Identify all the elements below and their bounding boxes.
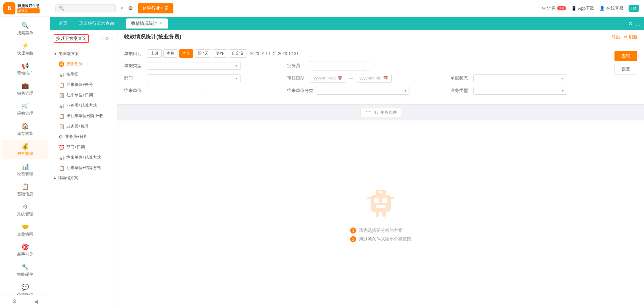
date-last-7-days[interactable]: 近7天 (195, 49, 211, 58)
sidebar-item-inventory[interactable]: 🏠 库存核算 (2, 120, 48, 139)
message-badge: 99+ (557, 6, 566, 10)
basic-icon: 📋 (21, 183, 29, 190)
sidebar-item-sales[interactable]: 💼 销售管理 (2, 80, 48, 99)
dept-select[interactable]: ▾ (147, 74, 241, 82)
salesman-more-icon: ··· (363, 63, 367, 68)
sidebar-nav: 🔍 搜索菜单 ⚡ 快捷导航 📢 营销推广 💼 销售管理 🛒 采购管理 🏠 (0, 17, 50, 295)
sidebar-item-search[interactable]: 🔍 搜索菜单 (2, 19, 48, 39)
partner-category-label: 往来单位分类 (287, 88, 313, 94)
audit-date-to[interactable]: yyyy-mm-dd 📅 (356, 74, 392, 83)
tree-item-partner-dept[interactable]: 📋 按往来单位+部门+收... (50, 111, 117, 121)
refresh-btn[interactable]: ↺ 刷新 (624, 34, 637, 40)
audit-date-from[interactable]: yyyy-mm-dd 📅 (310, 74, 346, 83)
tree-item-salesman-account[interactable]: 📋 业务员+账号 (50, 121, 117, 132)
svg-point-10 (379, 191, 382, 194)
filter-area: 单据日期 上月 本月 本年 近7天 更多 自定义 (117, 44, 644, 105)
tree-item-by-detail[interactable]: 📊 按明细 (50, 69, 117, 80)
doc-type-label: 单据类型 (124, 63, 144, 69)
tree-item-partner-date[interactable]: 📋 往来单位+日期 (50, 90, 117, 100)
date-this-month[interactable]: 本月 (163, 49, 177, 58)
partner-more-icon: ··· (200, 88, 204, 93)
svg-rect-4 (376, 205, 386, 208)
biz-type-chevron: ▾ (562, 89, 564, 93)
doc-status-chevron: ▾ (562, 76, 564, 80)
topbar-search-icon: 🔍 (59, 6, 64, 11)
refresh-icon: ↺ (624, 35, 627, 40)
audit-date-label: 审核日期 (287, 75, 307, 81)
calendar-icon: 📅 (337, 76, 342, 81)
app-download-btn[interactable]: 📱 App下载 (571, 5, 594, 11)
partner-settle2-icon: 📋 (59, 165, 64, 171)
tab-bank-flow-close[interactable]: ✕ (116, 21, 119, 26)
tab-bank-flow[interactable]: 现金银行流水查询 ✕ (74, 18, 124, 29)
app-logo: 6 畅捷通好生意 标准版 (0, 0, 50, 17)
empty-state: 1 请先选择要分析的方案 2 用过滤条件来缩小分析范围 (117, 120, 644, 308)
search-box[interactable]: 🔍 (55, 4, 116, 12)
sidebar-settings-btn[interactable]: ⚙ (12, 298, 17, 305)
doc-status-select[interactable]: ▾ (473, 74, 567, 82)
date-buttons: 上月 本月 本年 近7天 更多 自定义 (148, 49, 247, 58)
sidebar-item-wechat[interactable]: 💬 企业微信 (2, 281, 48, 295)
svg-rect-2 (374, 198, 379, 203)
search-icon: 🔍 (21, 22, 29, 29)
salesman-select[interactable]: ··· (310, 61, 370, 70)
sidebar-item-guide[interactable]: 🎯 新手引导 (2, 241, 48, 260)
sidebar-item-finance[interactable]: 💰 资金管理 (2, 140, 48, 159)
tree-item-partner-account[interactable]: 📋 往来单位+账号 (50, 80, 117, 90)
date-this-year[interactable]: 本年 (179, 49, 193, 58)
sidebar-item-enterprise[interactable]: 🤝 企业协同 (2, 220, 48, 240)
tree-item-by-salesman[interactable]: 员 按业务员 (50, 59, 117, 69)
tree-item-dept-date[interactable]: ⏰ 部门+日期 (50, 142, 117, 152)
quick-nav-icon: ⚡ (21, 42, 29, 49)
left-panel-title: 按以下方案查询 (56, 36, 87, 41)
doc-type-select[interactable]: ▾ (147, 62, 241, 70)
phone-icon: 📱 (571, 6, 577, 11)
dropdown-arrow-icon[interactable]: ▾ (121, 6, 123, 11)
sidebar-item-operation[interactable]: 📊 经营管理 (2, 160, 48, 179)
tree-item-salesman-date[interactable]: ⚙ 业务员+日期 (50, 132, 117, 142)
hardware-icon: 🔧 (21, 263, 29, 271)
query-btn[interactable]: 查询 (614, 51, 637, 61)
tab-home[interactable]: 首页 (54, 18, 72, 29)
sidebar-item-basic[interactable]: 📋 基础信息 (2, 180, 48, 200)
left-panel: 按以下方案查询 + ⚙ « (50, 30, 117, 308)
window-maximize-btn[interactable]: ⛶ (635, 20, 641, 27)
sidebar-item-quick-nav[interactable]: ⚡ 快捷导航 (2, 39, 48, 59)
export-btn[interactable]: ↑ 导出 (608, 34, 621, 40)
sidebar-item-purchase[interactable]: 🛒 采购管理 (2, 100, 48, 119)
dept-date-icon: ⏰ (59, 145, 64, 150)
sidebar-item-marketing[interactable]: 📢 营销推广 (2, 59, 48, 79)
tree-item-partner-settle1[interactable]: 📊 往来单位+结算方式 (50, 152, 117, 163)
tree-item-partner-settle2[interactable]: 📋 往来单位+结算方式 (50, 163, 117, 173)
user-avatar[interactable]: Rit (629, 5, 639, 12)
scheme-settings-btn[interactable]: ⚙ (105, 36, 109, 41)
date-last-month[interactable]: 上月 (148, 49, 162, 58)
add-scheme-btn[interactable]: + (101, 36, 103, 41)
date-more[interactable]: 更多 (213, 49, 227, 58)
collapse-panel-btn[interactable]: « (111, 36, 114, 41)
window-close-btn[interactable]: ✕ (628, 20, 633, 27)
tree-item-salesman-settle[interactable]: 📊 业务员+结算方式 (50, 100, 117, 111)
tab-collection-stat-close[interactable]: ✕ (159, 21, 163, 26)
sidebar-item-hardware[interactable]: 🔧 智能硬件 (2, 261, 48, 280)
date-custom[interactable]: 自定义 (229, 49, 247, 58)
sidebar-item-system[interactable]: ⚙ 系统管理 (2, 200, 48, 220)
tree-desktop-header[interactable]: ▼ 电脑端方案 (50, 49, 117, 59)
tree-mobile-header[interactable]: ▶ 移动端方案 (50, 173, 117, 183)
right-panel: 收款情况统计(按业务员) ↑ 导出 ↺ 刷新 (117, 30, 644, 308)
page-header: 收款情况统计(按业务员) ↑ 导出 ↺ 刷新 (117, 30, 644, 44)
partner-category-select[interactable]: ▾ (316, 87, 410, 95)
messages-btn[interactable]: ✉ 消息 99+ (542, 5, 566, 11)
sidebar: 6 畅捷通好生意 标准版 🔍 搜索菜单 ⚡ 快捷导航 📢 营销推广 💼 销 (0, 0, 50, 308)
gear-settings-icon[interactable]: ⚙ (128, 5, 133, 11)
collapse-btn[interactable]: ⌃⌃ 收起更多条件 (360, 108, 401, 117)
salesman-icon: 员 (59, 61, 64, 67)
biz-type-select[interactable]: ▾ (473, 87, 567, 95)
online-service-btn[interactable]: 👤 在线客服 (599, 5, 624, 11)
tab-collection-stat[interactable]: 收款情况统计 ✕ (126, 18, 168, 29)
scheme-button[interactable]: 体验行业方案 (138, 3, 173, 13)
sidebar-collapse-btn[interactable]: ◀ (34, 298, 38, 305)
partner-select[interactable]: ··· (147, 86, 207, 95)
settings-btn[interactable]: 设置 (614, 64, 637, 74)
step2-num: 2 (350, 236, 356, 242)
